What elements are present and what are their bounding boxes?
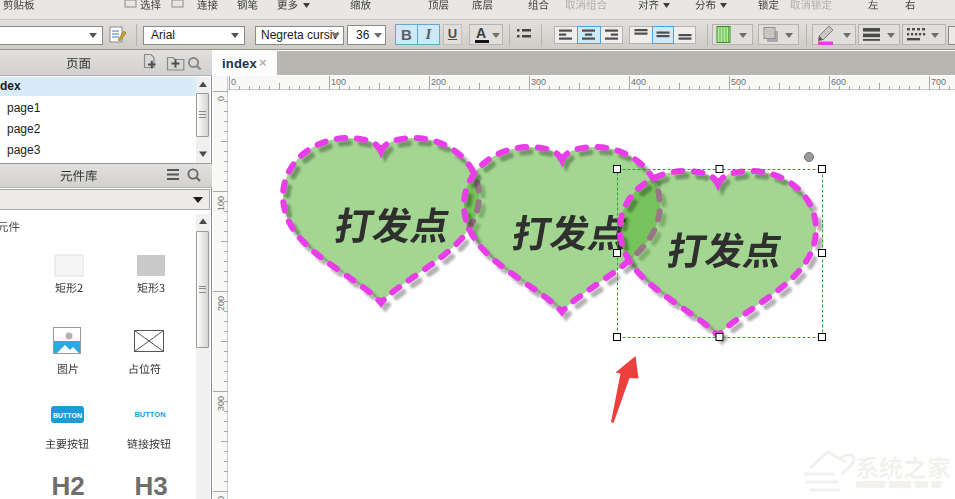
- svg-text:BUTTON: BUTTON: [134, 410, 165, 419]
- svg-text:0: 0: [231, 77, 236, 87]
- svg-text:200: 200: [216, 296, 226, 311]
- svg-text:200: 200: [431, 77, 446, 87]
- svg-text:400: 400: [631, 77, 646, 87]
- svg-text:600: 600: [831, 77, 846, 87]
- svg-text:H3: H3: [134, 471, 167, 499]
- svg-text:100: 100: [216, 196, 226, 211]
- svg-text:300: 300: [216, 396, 226, 411]
- svg-text:100: 100: [331, 77, 346, 87]
- svg-text:BUTTON: BUTTON: [53, 412, 82, 419]
- svg-text:700: 700: [931, 77, 946, 87]
- svg-text:H2: H2: [51, 471, 84, 499]
- svg-text:0: 0: [216, 96, 226, 101]
- svg-text:500: 500: [731, 77, 746, 87]
- svg-text:300: 300: [531, 77, 546, 87]
